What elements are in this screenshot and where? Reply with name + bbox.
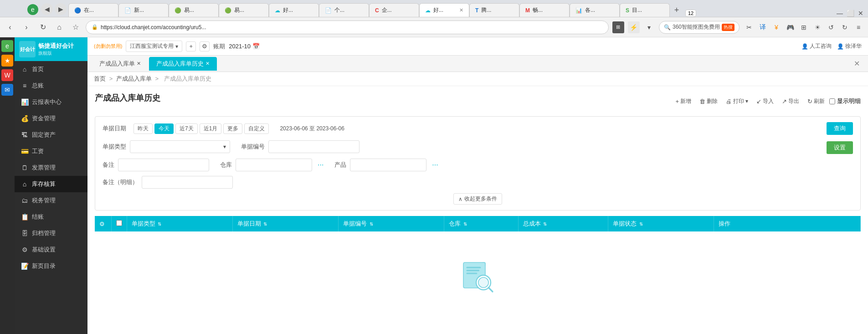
sidebar-item-cloud-report[interactable]: 📊 云报表中心 (15, 94, 87, 110)
rail-icon-mail[interactable]: ✉ (1, 84, 13, 96)
print-btn[interactable]: 🖨 打印 ▾ (722, 96, 752, 107)
delete-btn[interactable]: 🗑 删除 (696, 96, 721, 107)
redo-icon[interactable]: ↻ (839, 21, 851, 33)
forward-button[interactable]: › (20, 21, 33, 34)
refresh-btn[interactable]: ↻ 刷新 (804, 96, 828, 107)
rail-icon-star[interactable]: ★ (1, 55, 13, 67)
scissors-icon[interactable]: ✂ (743, 21, 755, 33)
th-number[interactable]: 单据编号 ⇅ (338, 216, 444, 231)
browser-tab-2[interactable]: 📄 新... (118, 3, 169, 17)
undo-icon[interactable]: ↺ (825, 21, 837, 33)
th-date[interactable]: 单据日期 ⇅ (232, 216, 338, 231)
th-status[interactable]: 单据状态 ⇅ (608, 216, 714, 231)
browser-tab-10[interactable]: M 畅... (519, 3, 570, 17)
th-total-cost[interactable]: 总成本 ⇅ (518, 216, 608, 231)
sidebar-item-invoice[interactable]: 🗒 发票管理 (15, 159, 87, 176)
warehouse-input[interactable] (236, 159, 312, 171)
browser-tab-11[interactable]: 📊 各... (570, 3, 620, 17)
product-dots[interactable]: ··· (432, 161, 438, 169)
browser-tab-5[interactable]: ☁ 好... (269, 3, 319, 17)
new-btn[interactable]: + 新增 (672, 96, 695, 107)
sidebar-item-archive[interactable]: 🗄 归档管理 (15, 225, 87, 242)
calendar-icon[interactable]: 📅 (252, 43, 260, 50)
sidebar-item-fixed-assets[interactable]: 🏗 固定资产 (15, 127, 87, 143)
chevron-down-icon[interactable]: ▾ (643, 21, 655, 33)
lightning-icon[interactable]: ⚡ (628, 21, 640, 33)
setting-button[interactable]: 设置 (827, 141, 853, 154)
grid-icon[interactable]: ⊞ (612, 21, 624, 33)
browser-tab-3[interactable]: 🟢 易... (169, 3, 219, 17)
tab-nav-back[interactable]: ◀ (41, 3, 53, 15)
tab-8-close[interactable]: ✕ (459, 7, 463, 13)
menu-icon[interactable]: ≡ (853, 21, 864, 33)
tab-nav-forward[interactable]: ▶ (55, 3, 67, 15)
tab-history-close[interactable]: ✕ (205, 61, 210, 67)
query-button[interactable]: 查询 (827, 122, 853, 135)
warehouse-dots[interactable]: ··· (318, 161, 324, 169)
custom-btn[interactable]: 自定义 (244, 123, 269, 134)
yesterday-btn[interactable]: 昨天 (134, 123, 153, 134)
rail-icon-home[interactable]: e (1, 40, 13, 52)
type-select[interactable]: ▾ (130, 140, 230, 153)
th-type[interactable]: 单据类型 ⇅ (127, 216, 232, 231)
maximize-icon[interactable]: ⬜ (847, 10, 854, 17)
number-input[interactable] (268, 140, 360, 153)
game-icon[interactable]: 🎮 (784, 21, 796, 33)
bookmark-button[interactable]: ☆ (69, 21, 82, 34)
breadcrumb-home[interactable]: 首页 (94, 75, 106, 82)
sidebar-item-settlement[interactable]: 📋 结账 (15, 209, 87, 225)
sidebar-item-ledger[interactable]: ≡ 总账 (15, 77, 87, 94)
today-btn[interactable]: 今天 (154, 123, 174, 134)
more-btn[interactable]: 更多 (223, 123, 242, 134)
home-button[interactable]: ⌂ (53, 21, 66, 34)
new-tab-button[interactable]: + (670, 3, 683, 17)
select-all-checkbox[interactable] (116, 220, 122, 226)
back-button[interactable]: ‹ (4, 21, 16, 34)
sidebar-item-home[interactable]: ⌂ 首页 (15, 61, 87, 77)
sidebar-item-cash[interactable]: 💰 资金管理 (15, 110, 87, 127)
sidebar-item-tax[interactable]: 🗂 税务管理 (15, 192, 87, 209)
breadcrumb-list[interactable]: 产成品入库单 (116, 75, 152, 82)
import-btn[interactable]: ↙ 导入 (753, 96, 777, 107)
last1month-btn[interactable]: 近1月 (200, 123, 222, 134)
browser-tab-8[interactable]: ☁ 好... ✕ (419, 3, 469, 17)
company-select[interactable]: 江西服宝测试专用 ▾ (126, 41, 182, 52)
translate-icon[interactable]: 译 (757, 21, 769, 33)
th-gear[interactable]: ⚙ (95, 216, 111, 231)
close-window-icon[interactable]: ✕ (858, 10, 863, 17)
grid2-icon[interactable]: ⊞ (798, 21, 810, 33)
refresh-button[interactable]: ↻ (36, 21, 49, 34)
browser-tab-4[interactable]: 🟢 易... (219, 3, 269, 17)
add-company-button[interactable]: + (186, 41, 196, 51)
address-input[interactable]: 🔒 https://cloud.chanjet.com/accounting/u… (86, 21, 609, 34)
show-detail-checkbox[interactable] (829, 98, 835, 104)
search-box[interactable]: 🔍 360智能抠图免费用 热搜 (659, 21, 740, 34)
rail-icon-weibo[interactable]: W (1, 69, 13, 81)
sidebar-item-inventory[interactable]: ⌂ 库存核算 (15, 176, 87, 192)
th-warehouse[interactable]: 仓库 ⇅ (444, 216, 519, 231)
browser-tab-7[interactable]: C 企... (369, 3, 419, 17)
browser-tab-6[interactable]: 📄 个... (319, 3, 369, 17)
minimize-icon[interactable]: — (837, 10, 843, 17)
browser-tab-1[interactable]: 🔵 在... (68, 3, 118, 17)
tab-list-close[interactable]: ✕ (137, 61, 141, 67)
user-name-btn[interactable]: 👤 徐泽华 (837, 42, 862, 50)
browser-tab-9[interactable]: T 腾... (469, 3, 519, 17)
sidebar-item-basic-settings[interactable]: ⚙ 基础设置 (15, 242, 87, 258)
sidebar-item-new-entry[interactable]: 📝 新页目录 (15, 258, 87, 274)
panel-close-btn[interactable]: ✕ (850, 59, 863, 68)
user-service-btn[interactable]: 👤 人工咨询 (801, 42, 832, 50)
yuan-icon[interactable]: ¥ (770, 21, 782, 33)
th-checkbox[interactable] (111, 216, 127, 231)
sidebar-item-salary[interactable]: 💳 工资 (15, 143, 87, 159)
collapse-button[interactable]: ∧ 收起更多条件 (453, 193, 502, 205)
remark-input[interactable] (118, 159, 209, 171)
sun-icon[interactable]: ☀ (812, 21, 823, 33)
content-tab-history[interactable]: 产成品入库单历史 ✕ (149, 57, 217, 71)
sidebar-header[interactable]: 好会计 畅捷通好会计 旗舰版 (15, 37, 87, 61)
last7days-btn[interactable]: 近7天 (175, 123, 198, 134)
browser-tab-12[interactable]: S 目... (620, 3, 670, 17)
content-tab-list[interactable]: 产成品入库单 ✕ (92, 57, 148, 71)
remark-detail-input[interactable] (142, 176, 233, 189)
settings-icon-btn[interactable]: ⚙ (200, 41, 210, 51)
